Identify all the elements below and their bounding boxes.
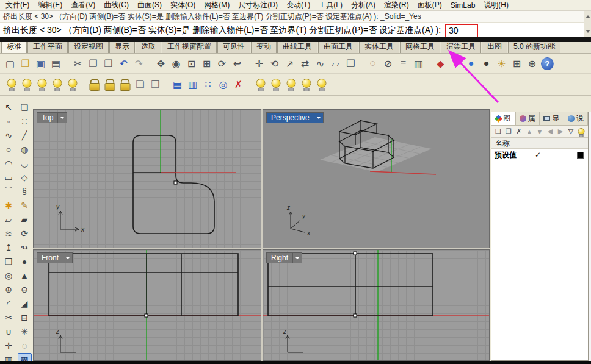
layer-bulb-icon[interactable] <box>576 127 586 137</box>
line-tool-icon[interactable]: ╱ <box>18 129 32 142</box>
bulb-e-icon[interactable] <box>314 77 329 92</box>
toolbar-tab[interactable]: 出图 <box>482 42 507 53</box>
paste-icon[interactable]: ❒ <box>101 56 116 71</box>
toolbar-tab[interactable]: 曲面工具 <box>318 42 358 53</box>
filter-funnel-icon[interactable]: ▽ <box>566 127 576 137</box>
arc-blend-icon[interactable]: ◡ <box>18 157 32 170</box>
render-green-sphere-icon[interactable]: ● <box>448 56 463 71</box>
move-icon[interactable]: ✛ <box>252 56 267 71</box>
layer-lights-pair2-icon[interactable] <box>49 77 65 92</box>
target-circle-icon[interactable]: ◎ <box>216 77 231 92</box>
print-icon[interactable]: ▤ <box>48 56 63 71</box>
sphere-tool-icon[interactable]: ● <box>18 255 32 268</box>
command-scrollbar[interactable] <box>584 11 591 37</box>
save-file-icon[interactable]: ▣ <box>33 56 48 71</box>
grid-options-icon[interactable]: ⊞ <box>509 56 524 71</box>
panel-tab-layers[interactable]: 图 <box>491 112 516 125</box>
zoom-dynamic-icon[interactable]: ◉ <box>169 56 184 71</box>
layer-lights-pair-icon[interactable] <box>34 77 49 92</box>
split-tool-icon[interactable]: ⊟ <box>18 311 32 324</box>
rectangle-tool-icon[interactable]: ▭ <box>2 171 16 184</box>
array-tool-icon[interactable]: ▦ <box>2 353 16 361</box>
lock-objects-icon[interactable]: ⊘ <box>380 56 396 71</box>
arc-tool-icon[interactable]: ◠ <box>2 157 16 170</box>
gumball-icon[interactable]: ⊕ <box>524 56 540 71</box>
viewport-title-label[interactable]: Top <box>37 112 58 123</box>
move-right-icon[interactable]: ▶ <box>556 127 565 137</box>
redo-icon[interactable]: ↷ <box>131 56 147 71</box>
new-layer-icon[interactable]: ❏ <box>493 127 503 137</box>
menu-item[interactable]: 曲线(C) <box>100 0 133 11</box>
toolbar-tab[interactable]: 选取 <box>136 42 161 53</box>
layer-light-on2-icon[interactable] <box>19 77 34 92</box>
menu-item[interactable]: 文件(F) <box>1 0 34 11</box>
hide-tool-icon[interactable]: ◌ <box>18 339 32 352</box>
help-icon[interactable]: ? <box>541 57 554 70</box>
layer-color-swatch[interactable] <box>577 152 584 159</box>
pan-view-icon[interactable]: ✥ <box>153 56 169 71</box>
point-grid-icon[interactable]: ∷ <box>200 77 216 92</box>
viewport-perspective[interactable]: Perspective <box>263 109 490 248</box>
viewport-title-label[interactable]: Perspective <box>266 112 314 123</box>
viewport-menu-dropdown-icon[interactable] <box>293 252 302 263</box>
loft-tool-icon[interactable]: ≋ <box>2 227 16 240</box>
toolbar-tab[interactable]: 曲线工具 <box>277 42 317 53</box>
toolbar-tab[interactable]: 标准 <box>1 42 27 53</box>
toolbar-tab[interactable]: 工作视窗配置 <box>162 42 217 53</box>
explode-tool-icon[interactable]: ✳ <box>18 325 32 338</box>
bulb-d-icon[interactable] <box>299 77 314 92</box>
command-input-line[interactable]: 挤出长度 < 30> （方向(D) 两侧(B)=否 实体(S)=是 删除输入物件… <box>0 23 584 37</box>
surface-tools-icon[interactable]: ▱ <box>328 56 343 71</box>
bulb-b-icon[interactable] <box>268 77 283 92</box>
menu-item[interactable]: 尺寸标注(D) <box>234 0 282 11</box>
menu-item[interactable]: 查看(V) <box>67 0 100 11</box>
bulb-c-icon[interactable] <box>283 77 299 92</box>
cut-icon[interactable]: ✂ <box>70 56 85 71</box>
mirror-icon[interactable]: ⇄ <box>297 56 313 71</box>
surface-corner-icon[interactable]: ▰ <box>18 213 32 226</box>
render-dark-sphere-icon[interactable]: ● <box>479 56 494 71</box>
detail-list-icon[interactable]: ▤ <box>170 77 185 92</box>
zoom-window-icon[interactable]: ⊡ <box>184 56 199 71</box>
boolean-union-icon[interactable]: ⊕ <box>2 283 16 296</box>
curve-tools-icon[interactable]: ∿ <box>313 56 328 71</box>
trim-tool-icon[interactable]: ✂ <box>2 311 16 324</box>
panel-tab-help[interactable]: 说 <box>564 112 589 125</box>
layer-row[interactable]: 预设值 ✓ <box>491 149 588 161</box>
menu-item[interactable]: 变动(T) <box>282 0 314 11</box>
boolean-difference-icon[interactable]: ⊖ <box>18 283 32 296</box>
menu-item[interactable]: 面板(P) <box>413 0 446 11</box>
helix-tool-icon[interactable]: § <box>18 185 32 198</box>
point-tool-icon[interactable]: ◦ <box>2 115 16 128</box>
menu-item[interactable]: 编辑(E) <box>34 0 67 11</box>
render-preview-icon[interactable]: ◆ <box>433 56 448 71</box>
chamfer-edge-icon[interactable]: ◢ <box>18 297 32 310</box>
cone-tool-icon[interactable]: ▲ <box>18 269 32 282</box>
menu-item[interactable]: 渲染(R) <box>380 0 413 11</box>
toolbar-tab[interactable]: 5.0 的新功能 <box>508 42 560 53</box>
menu-item[interactable]: 说明(H) <box>479 0 513 11</box>
record-history-icon[interactable]: ✱ <box>2 199 16 212</box>
undo-icon[interactable]: ↶ <box>116 56 131 71</box>
join-tool-icon[interactable]: ∪ <box>2 325 16 338</box>
toolbar-tab[interactable]: 设定视图 <box>68 42 109 53</box>
undo-view-icon[interactable]: ↩ <box>230 56 245 71</box>
scroll-up-icon[interactable] <box>586 13 590 18</box>
toolbar-tab[interactable]: 工作平面 <box>27 42 68 53</box>
solid-tools-icon[interactable]: ❒ <box>343 56 358 71</box>
sweep-tool-icon[interactable]: ↬ <box>18 241 32 254</box>
panel-tab-display[interactable]: 显 <box>540 112 564 125</box>
toolbar-tab[interactable]: 显示 <box>109 42 135 53</box>
viewport-menu-dropdown-icon[interactable] <box>63 252 73 263</box>
toolbar-tab[interactable]: 渲染工具 <box>441 42 481 53</box>
selection-filter-icon[interactable]: ❏ <box>18 101 32 114</box>
scroll-down-icon[interactable] <box>586 30 590 35</box>
lock-layer-icon[interactable] <box>87 77 102 92</box>
detail-list2-icon[interactable]: ▥ <box>185 77 200 92</box>
toolbar-tab[interactable]: 实体工具 <box>359 42 399 53</box>
duplicate-layer-icon[interactable]: ❐ <box>504 127 513 137</box>
toolbar-tab[interactable]: 可见性 <box>217 42 250 53</box>
scale-icon[interactable]: ↗ <box>282 56 297 71</box>
rotate-icon[interactable]: ⟲ <box>267 56 282 71</box>
polygon-tool-icon[interactable]: ◇ <box>18 171 32 184</box>
